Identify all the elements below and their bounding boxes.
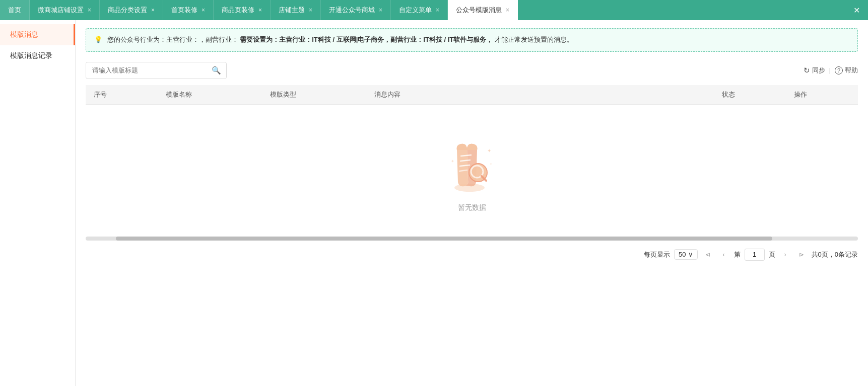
toolbar-divider: |: [829, 66, 831, 74]
alert-icon: 💡: [94, 36, 102, 43]
pagination: 每页显示 50 ∨ ⊲ ‹ 第 页 › ⊳ 共0页，0条记录: [86, 249, 858, 261]
next-page-button[interactable]: ›: [779, 249, 791, 261]
tab-shop-theme-close[interactable]: ×: [309, 7, 312, 14]
tab-product-page-decor-close[interactable]: ×: [258, 7, 262, 14]
col-index: 序号: [86, 85, 158, 105]
empty-state-text: 暂无数据: [458, 203, 486, 212]
tab-product-page-decor-label: 商品页装修: [222, 6, 254, 15]
tab-shop-settings-close[interactable]: ×: [88, 7, 91, 14]
next-page-icon: ›: [784, 251, 786, 258]
page-di-label: 第: [734, 250, 741, 259]
tab-shop-theme-label: 店铺主题: [279, 6, 305, 15]
page-size-dropdown-icon: ∨: [688, 251, 693, 258]
tab-product-category-close[interactable]: ×: [151, 7, 155, 14]
tab-custom-menu-label: 自定义菜单: [399, 6, 432, 15]
last-page-button[interactable]: ⊳: [795, 249, 808, 261]
sidebar: 模版消息 模版消息记录: [0, 20, 76, 386]
tab-product-category-label: 商品分类设置: [108, 6, 147, 15]
col-content: 消息内容: [366, 85, 714, 105]
close-all-tabs-button[interactable]: ✕: [845, 0, 868, 20]
tab-bar: 首页 微商城店铺设置 × 商品分类设置 × 首页装修 × 商品页装修 × 店铺主…: [0, 0, 868, 20]
current-page-input[interactable]: [745, 249, 765, 261]
page-size-value: 50: [679, 251, 686, 258]
svg-text:✦: ✦: [490, 163, 492, 166]
main-layout: 模版消息 模版消息记录 💡 您的公众号行业为：主营行业：，副营行业： 需要设置为…: [0, 20, 868, 386]
tab-shop-settings-label: 微商城店铺设置: [38, 6, 84, 15]
empty-row: ✦ ✦ ✦ 暂无数据: [86, 104, 858, 233]
search-input-wrapper: 🔍: [86, 62, 227, 79]
tab-template-message[interactable]: 公众号模版消息 ×: [448, 0, 518, 20]
col-type: 模版类型: [262, 85, 366, 105]
help-label: 帮助: [845, 66, 858, 75]
page-label: 页: [769, 250, 775, 259]
horizontal-scrollbar-thumb[interactable]: [116, 237, 772, 241]
svg-text:✦: ✦: [487, 148, 491, 153]
sync-button[interactable]: ↻ 同步: [804, 66, 825, 75]
sidebar-item-template-message-label: 模版消息: [10, 30, 38, 38]
empty-state: ✦ ✦ ✦ 暂无数据: [86, 105, 858, 233]
tab-custom-menu[interactable]: 自定义菜单 ×: [391, 0, 448, 20]
close-all-icon: ✕: [853, 6, 860, 15]
tab-open-wechat-shop-label: 开通公众号商城: [329, 6, 375, 15]
help-button[interactable]: ? 帮助: [835, 66, 858, 75]
tab-homepage-decor-close[interactable]: ×: [202, 7, 205, 14]
prev-page-icon: ‹: [723, 251, 725, 258]
last-page-icon: ⊳: [799, 251, 804, 258]
first-page-icon: ⊲: [705, 251, 710, 258]
page-size-select[interactable]: 50 ∨: [674, 249, 697, 260]
search-button[interactable]: 🔍: [207, 62, 226, 79]
alert-suffix-text: 才能正常发送预置的消息。: [495, 36, 573, 43]
tab-home-label: 首页: [8, 6, 21, 15]
alert-prefix-text: 您的公众号行业为：主营行业：，副营行业：: [107, 36, 238, 43]
tab-template-message-label: 公众号模版消息: [456, 6, 502, 15]
tab-product-page-decor[interactable]: 商品页装修 ×: [214, 0, 271, 20]
tab-homepage-decor[interactable]: 首页装修 ×: [163, 0, 214, 20]
tab-homepage-decor-label: 首页装修: [171, 6, 197, 15]
help-icon: ?: [835, 66, 843, 74]
sidebar-item-template-record-label: 模版消息记录: [10, 51, 52, 59]
toolbar-right: ↻ 同步 | ? 帮助: [804, 66, 858, 75]
tab-open-wechat-shop-close[interactable]: ×: [379, 7, 382, 14]
page-size-label: 每页显示: [644, 250, 670, 259]
tab-template-message-close[interactable]: ×: [506, 7, 509, 14]
search-icon: 🔍: [212, 66, 221, 74]
svg-text:✦: ✦: [451, 159, 454, 164]
sync-icon: ↻: [804, 66, 810, 75]
tab-open-wechat-shop[interactable]: 开通公众号商城 ×: [321, 0, 391, 20]
page-total-text: 共0页，0条记录: [812, 250, 858, 259]
data-table: 序号 模版名称 模版类型 消息内容 状态 操作: [86, 85, 858, 233]
sidebar-item-template-message[interactable]: 模版消息: [0, 24, 75, 45]
search-input[interactable]: [86, 63, 207, 78]
tab-shop-settings[interactable]: 微商城店铺设置 ×: [30, 0, 100, 20]
tab-home[interactable]: 首页: [0, 0, 30, 20]
content-area: 💡 您的公众号行业为：主营行业：，副营行业： 需要设置为：主营行业：IT科技 /…: [76, 20, 868, 386]
table-header-row: 序号 模版名称 模版类型 消息内容 状态 操作: [86, 85, 858, 105]
search-bar: 🔍 ↻ 同步 | ? 帮助: [86, 62, 858, 79]
prev-page-button[interactable]: ‹: [718, 249, 730, 261]
sync-label: 同步: [812, 66, 825, 75]
col-name: 模版名称: [158, 85, 262, 105]
sidebar-item-template-record[interactable]: 模版消息记录: [0, 45, 75, 66]
tab-product-category[interactable]: 商品分类设置 ×: [100, 0, 163, 20]
first-page-button[interactable]: ⊲: [702, 249, 714, 261]
tab-custom-menu-close[interactable]: ×: [436, 7, 439, 14]
col-action: 操作: [786, 85, 858, 105]
alert-banner: 💡 您的公众号行业为：主营行业：，副营行业： 需要设置为：主营行业：IT科技 /…: [86, 28, 858, 52]
horizontal-scrollbar-track[interactable]: [86, 237, 858, 241]
empty-state-illustration: ✦ ✦ ✦: [442, 135, 502, 195]
tab-shop-theme[interactable]: 店铺主题 ×: [271, 0, 321, 20]
alert-highlight-text: 需要设置为：主营行业：IT科技 / 互联网|电子商务，副营行业：IT科技 / I…: [240, 36, 493, 43]
col-status: 状态: [714, 85, 786, 105]
